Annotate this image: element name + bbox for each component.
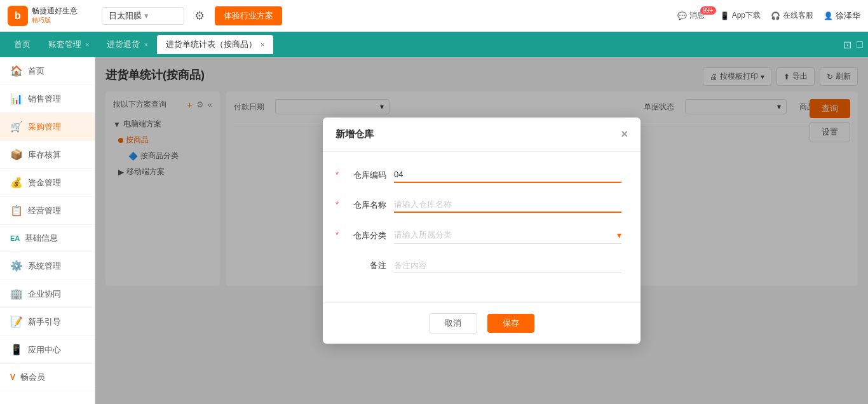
dialog-title: 新增仓库	[336, 128, 374, 140]
sidebar-item-purchase[interactable]: 🛒 采购管理	[0, 113, 95, 141]
purchase-icon: 🛒	[10, 121, 23, 133]
user-name: 徐泽华	[836, 10, 860, 22]
dialog-body: 仓库编码 仓库名称 仓库分类 请输入所属分类 ▾	[323, 152, 641, 302]
tab-home[interactable]: 首页	[5, 35, 39, 54]
appcenter-icon: 📱	[10, 344, 23, 356]
message-icon: 💬	[677, 11, 687, 20]
code-label: 仓库编码	[342, 170, 386, 181]
tab-purchase-return[interactable]: 进货退货 ×	[98, 35, 156, 54]
messages-badge: 99+	[700, 6, 716, 15]
window-maximize-icon[interactable]: □	[857, 39, 863, 50]
sidebar-item-enterprise-label: 企业协同	[28, 288, 61, 300]
online-service-item[interactable]: 🎧 在线客服	[771, 10, 813, 21]
dialog-footer: 取消 保存	[323, 302, 641, 344]
sidebar-item-basic-label: 基础信息	[25, 232, 58, 244]
save-button[interactable]: 保存	[487, 314, 534, 333]
app-download-label: App下载	[732, 10, 761, 21]
sidebar-item-enterprise[interactable]: 🏢 企业协同	[0, 280, 95, 308]
dialog-close-icon[interactable]: ×	[621, 128, 628, 141]
chevron-down-icon: ▾	[144, 11, 149, 20]
sidebar-item-sales[interactable]: 📊 销售管理	[0, 85, 95, 113]
inventory-icon: 📦	[10, 149, 23, 161]
note-label: 备注	[342, 260, 386, 271]
category-placeholder: 请输入所属分类	[394, 229, 617, 241]
store-name: 日太阳膜	[109, 10, 142, 22]
logo-area: b 畅捷通好生意 精巧版	[8, 6, 97, 26]
tab-account-label: 账套管理	[48, 39, 81, 50]
sidebar-item-newbie[interactable]: 📝 新手引导	[0, 308, 95, 336]
sidebar-item-system[interactable]: ⚙️ 系统管理	[0, 252, 95, 280]
name-form-row: 仓库名称	[342, 197, 621, 213]
tab-purchase-stats-close-icon[interactable]: ×	[261, 41, 264, 48]
tab-home-label: 首页	[14, 39, 31, 50]
sidebar-item-appcenter-label: 应用中心	[28, 344, 61, 356]
sidebar-item-inventory[interactable]: 📦 库存核算	[0, 141, 95, 169]
messages-item[interactable]: 💬 消息 99+	[677, 10, 710, 21]
tab-account[interactable]: 账套管理 ×	[39, 35, 98, 54]
sidebar-item-newbie-label: 新手引导	[28, 316, 61, 328]
sidebar-item-purchase-label: 采购管理	[28, 121, 61, 133]
user-item[interactable]: 👤 徐泽华	[824, 10, 860, 22]
sidebar-item-vip[interactable]: V 畅会员	[0, 364, 95, 391]
sidebar-item-home-label: 首页	[28, 65, 44, 77]
new-warehouse-dialog: 新增仓库 × 仓库编码 仓库名称 仓库分类	[323, 118, 641, 344]
sidebar-item-home[interactable]: 🏠 首页	[0, 57, 95, 85]
sidebar-item-finance-label: 资金管理	[28, 177, 61, 189]
code-input[interactable]	[394, 167, 621, 183]
tab-purchase-stats[interactable]: 进货单统计表（按商品） ×	[157, 35, 273, 54]
app-name: 畅捷通好生意	[32, 6, 78, 17]
store-selector[interactable]: 日太阳膜 ▾	[102, 7, 184, 25]
tab-account-close-icon[interactable]: ×	[85, 41, 89, 48]
name-label: 仓库名称	[342, 199, 386, 211]
online-service-label: 在线客服	[783, 10, 813, 21]
headset-icon: 🎧	[771, 11, 780, 20]
dialog-header: 新增仓库 ×	[323, 118, 641, 152]
app-download-item[interactable]: 📱 App下载	[720, 10, 761, 21]
enterprise-icon: 🏢	[10, 288, 23, 300]
system-icon: ⚙️	[10, 260, 23, 272]
note-input[interactable]	[394, 258, 621, 273]
settings-icon[interactable]: ⚙	[189, 6, 210, 26]
sidebar-item-basic[interactable]: EA 基础信息	[0, 225, 95, 252]
tab-purchase-return-close-icon[interactable]: ×	[144, 41, 147, 48]
sidebar-item-system-label: 系统管理	[28, 260, 61, 272]
sidebar-item-inventory-label: 库存核算	[28, 149, 61, 161]
category-arrow-icon: ▾	[617, 230, 621, 240]
code-form-row: 仓库编码	[342, 167, 621, 183]
user-avatar-icon: 👤	[824, 11, 833, 20]
category-form-row: 仓库分类 请输入所属分类 ▾	[342, 227, 621, 244]
sales-icon: 📊	[10, 93, 23, 105]
tab-purchase-stats-label: 进货单统计表（按商品）	[166, 39, 257, 50]
phone-icon: 📱	[720, 11, 729, 20]
note-form-row: 备注	[342, 258, 621, 273]
sidebar-item-operation[interactable]: 📋 经营管理	[0, 197, 95, 225]
tabbar-actions: ⊡ □	[843, 39, 863, 51]
trial-button[interactable]: 体验行业方案	[215, 6, 282, 25]
sidebar: 🏠 首页 📊 销售管理 🛒 采购管理 📦 库存核算 💰 资金管理 📋 经营管理 …	[0, 57, 95, 404]
modal-overlay: 新增仓库 × 仓库编码 仓库名称 仓库分类	[95, 57, 868, 404]
sidebar-item-operation-label: 经营管理	[28, 205, 61, 217]
sidebar-item-finance[interactable]: 💰 资金管理	[0, 169, 95, 197]
app-logo: b	[8, 6, 28, 26]
tabbar: 首页 账套管理 × 进货退货 × 进货单统计表（按商品） × ⊡ □	[0, 32, 868, 57]
content-area: 进货单统计(按商品) 🖨 按模板打印 ▾ ⬆ 导出 ↻ 刷新 按以下方案查询	[95, 57, 868, 404]
category-select[interactable]: 请输入所属分类 ▾	[394, 227, 621, 244]
basic-icon: EA	[10, 234, 20, 242]
name-input[interactable]	[394, 197, 621, 213]
cancel-button[interactable]: 取消	[429, 313, 477, 333]
sidebar-item-vip-label: 畅会员	[20, 372, 45, 383]
main-layout: 🏠 首页 📊 销售管理 🛒 采购管理 📦 库存核算 💰 资金管理 📋 经营管理 …	[0, 57, 868, 404]
window-restore-icon[interactable]: ⊡	[843, 39, 851, 51]
topbar: b 畅捷通好生意 精巧版 日太阳膜 ▾ ⚙ 体验行业方案 💬 消息 99+ 📱 …	[0, 0, 868, 32]
finance-icon: 💰	[10, 177, 23, 189]
operation-icon: 📋	[10, 205, 23, 217]
category-label: 仓库分类	[342, 230, 386, 241]
sidebar-item-appcenter[interactable]: 📱 应用中心	[0, 336, 95, 364]
sidebar-item-sales-label: 销售管理	[28, 93, 61, 105]
newbie-icon: 📝	[10, 316, 23, 328]
topbar-right: 💬 消息 99+ 📱 App下载 🎧 在线客服 👤 徐泽华	[677, 10, 860, 22]
vip-icon: V	[10, 373, 15, 382]
tab-purchase-return-label: 进货退货	[107, 39, 140, 50]
app-version: 精巧版	[32, 16, 78, 25]
home-icon: 🏠	[10, 65, 23, 77]
